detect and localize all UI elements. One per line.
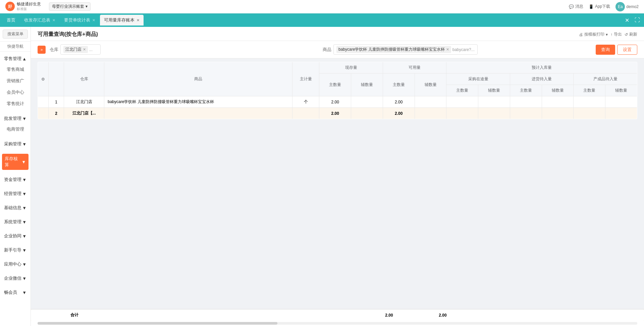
finance-section-title[interactable]: 资金管理 ▼ [0, 175, 31, 185]
product-tag-close[interactable]: ✕ [446, 47, 449, 52]
inventory-section-title[interactable]: 库存核算 ▼ [2, 154, 29, 170]
subtotal-pw-aux [605, 108, 637, 119]
table-row-subtotal: 2 江北门店【... 2.00 2.00 [38, 108, 637, 119]
retail-label: 零售管理 [4, 56, 21, 62]
warehouse-tag-close[interactable]: ✕ [83, 47, 86, 52]
logo-area: 好 畅捷通好生意 标准版 [5, 2, 41, 11]
app-center-section-title[interactable]: 应用中心 ▼ [0, 259, 31, 269]
subtotal-pt-aux [478, 108, 510, 119]
system-section-title[interactable]: 系统管理 ▼ [0, 217, 31, 227]
planned-header: 预计入库量 [446, 62, 637, 74]
retail-section-title[interactable]: 零售管理 ▲ [0, 54, 31, 64]
section-purchase: 采购管理 ▼ [0, 137, 31, 151]
wechat-arrow: ▼ [22, 276, 26, 281]
avail-aux-qty-header: 辅数量 [415, 74, 446, 96]
iw-main-header: 主数量 [510, 85, 542, 96]
filter-expand-btn[interactable]: » [38, 46, 46, 54]
warehouse-input[interactable]: 江北门店 ✕ ... [60, 44, 101, 55]
product-tag: babycare学饮杯 儿童防摔防撞吸管杯重力球吸嘴杯宝宝水杯 ✕ [336, 46, 451, 53]
collab-section-title[interactable]: 企业协同 ▼ [0, 231, 31, 241]
search-menu-btn[interactable]: 搜索菜单 [3, 30, 28, 39]
avatar: Ea [615, 2, 625, 11]
purchase-arrow: ▼ [22, 142, 26, 147]
product-input[interactable]: babycare学饮杯 儿童防摔防撞吸管杯重力球吸嘴杯宝宝水杯 ✕ babyca… [333, 44, 478, 55]
sidebar-item-member[interactable]: 会员中心 [0, 87, 31, 98]
subtotal-iw-main [510, 108, 542, 119]
tab-bar-right: ✕ ⛶ [624, 16, 641, 25]
operations-section-title[interactable]: 经营管理 ▼ [0, 189, 31, 199]
wholesale-section-title[interactable]: 批发管理 ▼ [0, 113, 31, 124]
basic-info-label: 基础信息 [4, 205, 21, 211]
refresh-btn[interactable]: ↺ 刷新 [625, 32, 637, 37]
tab-receive-summary[interactable]: 收发存汇总表 ✕ [20, 15, 59, 26]
product-filter-group: 商品 babycare学饮杯 儿童防摔防撞吸管杯重力球吸嘴杯宝宝水杯 ✕ bab… [323, 44, 592, 55]
system-label: 系统管理 [4, 219, 21, 225]
section-collab: 企业协同 ▼ [0, 229, 31, 243]
pw-main-header: 主数量 [574, 85, 605, 96]
stock-aux-qty-header: 辅数量 [351, 74, 383, 96]
subtotal-product [104, 108, 292, 119]
org-selector[interactable]: 母婴行业演示账套 ▾ [49, 2, 91, 11]
row-stock-main: 2.00 [319, 96, 351, 108]
query-button[interactable]: 查询 [596, 45, 615, 55]
pt-aux-header: 辅数量 [478, 85, 510, 96]
export-btn[interactable]: ↑ 导出 [610, 32, 622, 37]
tab-close-icon[interactable]: ✕ [92, 18, 95, 22]
warehouse-tag-text: 江北门店 [65, 47, 82, 52]
tab-close-icon[interactable]: ✕ [52, 18, 55, 22]
row-product: babycare学饮杯 儿童防摔防撞吸管杯重力球吸嘴杯宝宝水杯 [104, 96, 292, 108]
section-inventory: 库存核算 ▼ [0, 151, 31, 173]
app-download-btn[interactable]: 📱 App下载 [589, 4, 610, 9]
sidebar-item-marketing[interactable]: 营销推广 [0, 75, 31, 87]
expand-icon: » [41, 47, 43, 52]
tab-close-icon[interactable]: ✕ [137, 18, 140, 22]
subtotal-pt-main [446, 108, 478, 119]
scroll-thumb[interactable] [38, 322, 277, 325]
settings-button[interactable]: 设置 [617, 45, 637, 55]
chevron-down-icon: ▾ [86, 4, 88, 9]
header-actions: 🖨 按模板打印 ▾ ↑ 导出 ↺ 刷新 [579, 32, 637, 37]
tab-home[interactable]: 首页 [3, 17, 19, 23]
purchase-section-title[interactable]: 采购管理 ▼ [0, 139, 31, 149]
subtotal-iw-aux [542, 108, 574, 119]
newbie-section-title[interactable]: 新手引导 ▼ [0, 245, 31, 255]
username-label: demo2 [626, 4, 639, 9]
retail-arrow: ▲ [22, 56, 26, 61]
warehouse-tag: 江北门店 ✕ [63, 46, 88, 53]
print-label: 按模板打印 [584, 32, 604, 37]
sidebar-item-retail-stats[interactable]: 零售统计 [0, 98, 31, 109]
tab-label: 要货单统计表 [64, 17, 90, 23]
tab-expand-btn[interactable]: ⛶ [633, 16, 641, 25]
pw-aux-header: 辅数量 [605, 85, 637, 96]
footer-product [95, 310, 349, 321]
template-print-btn[interactable]: 🖨 按模板打印 ▾ [579, 32, 608, 37]
message-btn[interactable]: 💬 消息 [569, 4, 583, 9]
sidebar-item-retail-mall[interactable]: 零售商城 [0, 64, 31, 75]
tab-close-all-btn[interactable]: ✕ [624, 16, 631, 25]
page-title: 可用量查询(按仓库+商品) [38, 31, 98, 38]
section-basic-info: 基础信息 ▼ [0, 201, 31, 215]
warehouse-col-header: 仓库 [64, 62, 104, 96]
footer-pt-aux [510, 310, 537, 321]
tab-label: 可用量库存账本 [104, 17, 135, 23]
quick-nav-btn[interactable]: 快捷导航 [0, 42, 31, 52]
subtotal-warehouse: 江北门店【... [64, 108, 104, 119]
footer-pw-aux [617, 310, 644, 321]
basic-info-section-title[interactable]: 基础信息 ▼ [0, 203, 31, 213]
filter-area: » 仓库 江北门店 ✕ ... 商品 babycare学饮杯 儿童防摔防撞吸管杯… [31, 41, 644, 58]
footer-avail-aux [456, 310, 483, 321]
table-row: 1 江北门店 babycare学饮杯 儿童防摔防撞吸管杯重力球吸嘴杯宝宝水杯 个… [38, 96, 637, 108]
member-plus-section-title[interactable]: 畅会员 ▼ [0, 287, 31, 297]
footer-num [41, 310, 54, 321]
tab-available-stock[interactable]: 可用量库存账本 ✕ [100, 15, 144, 26]
sidebar-item-ecommerce[interactable]: 电商管理 [0, 124, 31, 135]
footer-pt-main [483, 310, 510, 321]
wechat-section-title[interactable]: 企业微信 ▼ [0, 273, 31, 283]
wholesale-arrow: ▼ [22, 116, 26, 121]
user-menu[interactable]: Ea demo2 [615, 2, 639, 11]
footer-avail-main: 2.00 [429, 310, 456, 321]
tab-order-stats[interactable]: 要货单统计表 ✕ [60, 15, 99, 26]
subtotal-avail-aux [415, 108, 446, 119]
row-pw-main [574, 96, 605, 108]
filter-actions: 查询 设置 [596, 45, 637, 55]
